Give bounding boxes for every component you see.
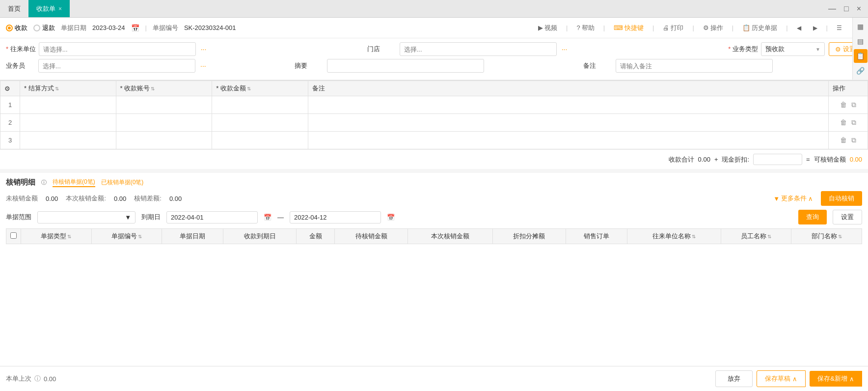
row-2-settlement[interactable] (20, 114, 116, 132)
more-conditions-btn[interactable]: ▼ 更多条件 ∧ (773, 194, 813, 203)
th-doc-date: 单据日期 (162, 229, 223, 244)
shortcut-icon: ⌨ (614, 24, 623, 31)
calendar-icon[interactable]: 📅 (131, 24, 139, 32)
due-end-input[interactable] (290, 211, 381, 223)
th-remark-label: 备注 (312, 84, 325, 92)
business-type-select[interactable]: 预收款 ▼ (761, 42, 825, 56)
verify-settings-btn[interactable]: 设置 (833, 210, 862, 224)
row-3-remark[interactable] (308, 132, 828, 149)
row-3-settlement[interactable] (20, 132, 116, 149)
row-1-copy-icon[interactable]: ⧉ (851, 101, 856, 109)
help-btn[interactable]: ? 帮助 (573, 23, 597, 33)
staff-more-icon[interactable]: ··· (200, 62, 206, 70)
nav-right-btn[interactable]: ▶ (810, 24, 820, 32)
counterpart-group: 往来单位 ··· (6, 42, 357, 56)
sep8: | (826, 24, 828, 31)
verify-info-icon[interactable]: ⓘ (41, 179, 47, 186)
calendar-end-icon[interactable]: 📅 (387, 214, 395, 221)
video-btn[interactable]: ▶ 视频 (535, 23, 560, 33)
sidebar-link-icon[interactable]: 🔗 (854, 64, 868, 78)
sidebar-list-icon[interactable]: ▤ (854, 34, 868, 48)
th-doc-num: 单据编号⇅ (91, 229, 162, 244)
bottom-info: 本单上次 ⓘ 0.00 (6, 374, 56, 383)
remark-input[interactable] (616, 59, 773, 73)
date-value[interactable]: 2023-03-24 (92, 24, 125, 31)
row-2-copy-icon[interactable]: ⧉ (851, 118, 856, 126)
close-btn[interactable]: × (854, 3, 864, 14)
abandon-btn[interactable]: 放弃 (715, 370, 753, 387)
verify-tab-pending[interactable]: 待核销单据(0笔) (53, 178, 95, 187)
row-2-remark[interactable] (308, 114, 828, 132)
table-gear-header[interactable]: ⚙ (0, 81, 20, 96)
save-new-btn[interactable]: 保存&新增 ∧ (810, 371, 862, 387)
table-row: 3 🗑 ⧉ (0, 132, 868, 149)
operation-btn[interactable]: ⚙ 操作 (700, 23, 726, 33)
list-view-btn[interactable]: ☰ (834, 24, 845, 32)
row-2-account[interactable] (116, 114, 212, 132)
save-new-label: 保存&新增 (817, 374, 847, 383)
tab-home[interactable]: 首页 (0, 0, 28, 17)
row-3-account[interactable] (116, 132, 212, 149)
unverified-value: 0.00 (46, 195, 58, 202)
save-draft-label: 保存草稿 (765, 374, 790, 383)
th-account: * 收款账号⇅ (116, 81, 212, 96)
row-3-amount[interactable] (212, 132, 308, 149)
sep2: | (566, 24, 568, 31)
sidebar-table-icon[interactable]: ▦ (854, 20, 868, 33)
shop-input[interactable] (400, 42, 557, 56)
summary-input[interactable] (327, 59, 484, 73)
tab-receipt[interactable]: 收款单 × (28, 0, 70, 17)
table-gear-icon[interactable]: ⚙ (4, 85, 10, 92)
table-row: 2 🗑 ⧉ (0, 114, 868, 132)
row-1-amount[interactable] (212, 96, 308, 114)
th-ops: 操作 (829, 81, 868, 96)
summary-group: 摘要 (295, 59, 573, 73)
maximize-btn[interactable]: □ (841, 3, 852, 14)
sidebar-clip-icon[interactable]: 📋 (854, 49, 868, 63)
counterpart-input[interactable] (39, 42, 196, 56)
shop-more-icon[interactable]: ··· (562, 45, 568, 53)
th-dept-label: 部门名称⇅ (812, 232, 842, 240)
discount-label: 现金折扣: (722, 155, 749, 164)
counterpart-more-icon[interactable]: ··· (201, 45, 207, 53)
filter-icon: ▼ (773, 195, 780, 202)
history-btn[interactable]: 📋 历史单据 (739, 23, 780, 33)
shortcut-label: 快捷键 (624, 24, 644, 32)
shortcut-btn[interactable]: ⌨ 快捷键 (611, 23, 647, 33)
discount-input[interactable] (753, 154, 802, 165)
row-3-ops: 🗑 ⧉ (829, 132, 868, 149)
receipt-radio-dot (6, 25, 13, 31)
save-draft-btn[interactable]: 保存草稿 ∧ (757, 370, 806, 387)
tab-close-btn[interactable]: × (58, 5, 62, 12)
shop-group: 门店 ··· (367, 42, 719, 56)
operation-label: 操作 (710, 24, 723, 32)
auto-verify-btn[interactable]: 自动核销 (821, 191, 862, 206)
window-controls: — □ × (825, 3, 868, 14)
verify-tab-done[interactable]: 已核销单据(0笔) (101, 178, 144, 187)
number-value[interactable]: SK-20230324-001 (184, 24, 236, 31)
refund-radio[interactable]: 退款 (33, 24, 55, 32)
row-3-delete-icon[interactable]: 🗑 (840, 136, 847, 144)
row-2-delete-icon[interactable]: 🗑 (840, 118, 847, 126)
row-1-account[interactable] (116, 96, 212, 114)
range-select[interactable]: ▼ (37, 211, 136, 223)
nav-left-btn[interactable]: ◀ (794, 24, 804, 32)
print-btn[interactable]: 🖨 打印 (660, 23, 686, 33)
row-1-settlement[interactable] (20, 96, 116, 114)
row-3-copy-icon[interactable]: ⧉ (851, 136, 856, 144)
th-settlement: * 结算方式⇅ (20, 81, 116, 96)
receipt-radio[interactable]: 收款 (6, 24, 27, 32)
row-2-amount[interactable] (212, 114, 308, 132)
row-1-remark[interactable] (308, 96, 828, 114)
select-all-checkbox[interactable] (10, 232, 17, 239)
query-btn[interactable]: 查询 (798, 210, 827, 224)
minimize-btn[interactable]: — (825, 3, 839, 14)
row-1-delete-icon[interactable]: 🗑 (840, 101, 847, 109)
main-content: 收款 退款 单据日期 2023-03-24 📅 | 单据编号 SK-202303… (0, 18, 868, 391)
receipt-table: ⚙ * 结算方式⇅ * 收款账号⇅ * 收款金额⇅ 备注 操作 (0, 81, 868, 149)
th-counterpart: 往来单位名称⇅ (627, 229, 721, 244)
staff-input[interactable] (38, 59, 195, 73)
calendar-start-icon[interactable]: 📅 (264, 214, 271, 221)
prev-value: 0.00 (44, 375, 56, 383)
due-start-input[interactable] (166, 211, 258, 223)
